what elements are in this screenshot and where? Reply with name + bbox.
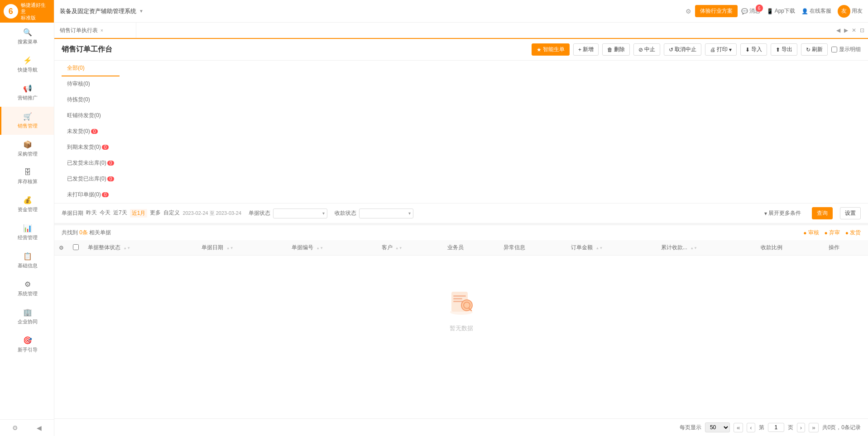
user-action[interactable]: 友 用友 (838, 5, 863, 18)
export-btn[interactable]: ⬆ 导出 (771, 43, 797, 56)
message-badge: 6 (756, 5, 763, 12)
refresh-icon: ↻ (806, 47, 810, 53)
sidebar-item-搜索菜单[interactable]: 🔍搜索菜单 (0, 23, 54, 51)
message-action[interactable]: 💬 消息 6 (741, 7, 760, 15)
tabbar-nav: ◀ ▶ ✕ ⊡ (833, 26, 868, 34)
sort-icon: ▲▼ (226, 246, 234, 250)
status-tab-6[interactable]: 已发货未出库(0)0 (62, 156, 120, 171)
status-tab-4[interactable]: 未发货(0)0 (62, 124, 120, 140)
status-select[interactable] (273, 209, 327, 218)
status-tab-0[interactable]: 全部(0) (62, 61, 120, 76)
select-all-checkbox[interactable] (73, 244, 79, 250)
orders-table: ⚙ 单据整体状态 ▲▼ 单据日期 ▲▼ 单据编号 ▲▼ 客户 ▲▼ 业务员 异常… (54, 240, 868, 360)
date-option-more[interactable]: 更多 (150, 209, 161, 218)
empty-state: 暂无数据 (54, 256, 868, 360)
settings-icon[interactable]: ⚙ (12, 424, 18, 431)
sort-icon: ▲▼ (316, 246, 323, 250)
close-tab-icon[interactable]: ✕ (851, 26, 857, 34)
next-tabs-icon[interactable]: ▶ (843, 26, 849, 34)
next-page-btn[interactable]: › (797, 423, 805, 432)
import-btn[interactable]: ⬇ 导入 (740, 43, 767, 56)
payment-select[interactable] (359, 209, 413, 218)
refresh-btn[interactable]: ↻ 刷新 (801, 43, 828, 56)
status-tab-2[interactable]: 待拣货(0) (62, 92, 120, 108)
sidebar-item-企业协同[interactable]: 🏢企业协同 (0, 303, 54, 331)
app-download-action[interactable]: 📱 App下载 (767, 7, 795, 15)
status-tab-8[interactable]: 未打印单据(0)0 (62, 187, 120, 203)
col-anomaly: 异常信息 (499, 240, 567, 256)
summary-text: 共找到 0条 相关单据 (62, 229, 111, 237)
show-detail-checkbox[interactable] (831, 47, 837, 52)
col-check[interactable] (68, 240, 83, 256)
collapse-icon[interactable]: ◀ (37, 424, 42, 431)
page-go-label: 页 (788, 424, 793, 431)
delete-btn[interactable]: 🗑 删除 (602, 43, 630, 56)
status-tab-3[interactable]: 旺铺待发货(0) (62, 108, 120, 124)
settings-btn[interactable]: 设置 (840, 207, 861, 219)
sidebar-item-快捷导航[interactable]: ⚡快捷导航 (0, 51, 54, 79)
page-size-label: 每页显示 (680, 424, 701, 431)
audit-action[interactable]: ● 审核 (803, 229, 819, 237)
table-scroll: ⚙ 单据整体状态 ▲▼ 单据日期 ▲▼ 单据编号 ▲▼ 客户 ▲▼ 业务员 异常… (54, 240, 868, 360)
col-settings[interactable]: ⚙ (54, 240, 68, 256)
add-btn[interactable]: + 新增 (573, 43, 599, 56)
sidebar-item-资金管理[interactable]: 💰资金管理 (0, 190, 54, 218)
void-action[interactable]: ● 弃审 (825, 229, 840, 237)
payment-filter: 收款状态 ▾ (335, 209, 413, 218)
sidebar-item-营销推广[interactable]: 📢营销推广 (0, 79, 54, 107)
tab-5[interactable]: 销售订单执行表× (54, 23, 136, 38)
sidebar-icon: 🗄 (24, 168, 31, 176)
query-btn[interactable]: 查询 (812, 207, 833, 219)
status-tab-1[interactable]: 待审核(0) (62, 76, 120, 92)
industry-btn[interactable]: 体验行业方案 (695, 5, 738, 17)
page-label: 第 (759, 424, 764, 431)
table-area: 共找到 0条 相关单据 ● 审核 ● 弃审 ● 发货 (54, 225, 868, 418)
prev-tabs-icon[interactable]: ◀ (835, 26, 841, 34)
cancel-stop-btn[interactable]: ↺ 取消中止 (664, 43, 701, 56)
page-size-select[interactable]: 10 20 50 100 (705, 422, 730, 432)
date-range: 2023-02-24 至 2023-03-24 (182, 210, 241, 217)
print-btn[interactable]: 🖨 打印 ▾ (705, 43, 737, 56)
ship-icon: ● (845, 230, 849, 236)
date-option-7days[interactable]: 近7天 (113, 209, 127, 218)
maximize-icon[interactable]: ⊡ (859, 26, 865, 34)
expand-filter[interactable]: ▾ 展开更多条件 (764, 209, 801, 217)
col-amount: 订单金额 ▲▼ (566, 240, 657, 256)
sort-icon: ▲▼ (123, 246, 130, 250)
date-options: 昨天 今天 近7天 近1月 更多 自定义 (86, 209, 180, 218)
table-body: 暂无数据 (54, 256, 868, 360)
stop-btn[interactable]: ⊘ 中止 (633, 43, 660, 56)
prev-page-btn[interactable]: ‹ (747, 423, 755, 432)
system-dropdown-icon[interactable]: ▼ (139, 9, 144, 14)
sidebar-item-基础信息[interactable]: 📋基础信息 (0, 246, 54, 275)
status-tab-5[interactable]: 到期未发货(0)0 (62, 140, 120, 156)
sidebar-logo: 6 畅捷通好生意 标准版 (0, 0, 54, 23)
date-option-custom[interactable]: 自定义 (163, 209, 180, 218)
system-title: 装备及固定资产辅助管理系统 ▼ (60, 7, 682, 15)
avatar: 友 (838, 5, 850, 18)
total-info: 共0页，0条记录 (822, 424, 861, 431)
status-filter: 单据状态 ▾ (249, 209, 327, 218)
sidebar-item-系统管理[interactable]: ⚙系统管理 (0, 275, 54, 303)
tab-close-icon[interactable]: × (101, 28, 103, 33)
sort-icon: ▲▼ (395, 246, 403, 250)
ship-action[interactable]: ● 发货 (845, 229, 861, 237)
online-service-action[interactable]: 👤 在线客服 (801, 7, 831, 15)
date-option-today[interactable]: 今天 (100, 209, 110, 218)
status-tab-7[interactable]: 已发货已出库(0)0 (62, 171, 120, 187)
date-option-1month[interactable]: 近1月 (130, 209, 148, 218)
page-input[interactable] (768, 423, 784, 432)
sidebar-item-经营管理[interactable]: 📊经营管理 (0, 218, 54, 246)
date-option-yesterday[interactable]: 昨天 (86, 209, 97, 218)
sidebar-item-新手引导[interactable]: 🎯新手引导 (0, 331, 54, 359)
import-icon: ⬇ (745, 47, 750, 53)
sidebar-item-库存核算[interactable]: 🗄库存核算 (0, 163, 54, 190)
sidebar-item-采购管理[interactable]: 📦采购管理 (0, 135, 54, 163)
first-page-btn[interactable]: « (734, 423, 743, 432)
last-page-btn[interactable]: » (809, 423, 818, 432)
sidebar-icon: 🔍 (23, 28, 32, 37)
settings-icon[interactable]: ⚙ (686, 8, 691, 15)
smart-create-btn[interactable]: ★ 智能生单 (532, 43, 570, 56)
sidebar-item-销售管理[interactable]: 🛒销售管理 (0, 107, 54, 135)
show-detail-label[interactable]: 显示明细 (831, 46, 861, 53)
